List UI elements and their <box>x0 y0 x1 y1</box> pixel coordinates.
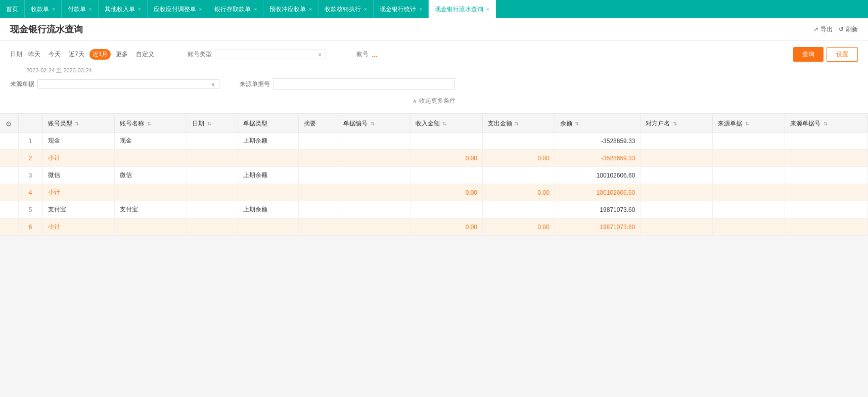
date-range-display: 2023-02-24 至 2023-03-24 <box>24 67 858 74</box>
nav-tab-bank-deposit[interactable]: 银行存取款单× <box>208 0 263 18</box>
query-button[interactable]: 查询 <box>793 47 824 62</box>
cell-doc-type <box>238 150 299 167</box>
close-tab-flow-query-icon[interactable]: × <box>486 7 489 12</box>
collapse-icon: ∧ <box>413 98 417 105</box>
cell-summary <box>299 167 338 184</box>
refresh-button[interactable]: ↺ 刷新 <box>839 25 858 34</box>
account-type-select[interactable]: ∨ <box>215 50 326 59</box>
col-account-type[interactable]: 账号类型 ⇅ <box>42 115 115 133</box>
col-income[interactable]: 收入金额 ⇅ <box>410 115 483 133</box>
cell-num: 1 <box>18 133 42 150</box>
top-navigation: 首页收款单×付款单×其他收入单×应收应付调整单×银行存取款单×预收冲应收单×收款… <box>0 0 868 18</box>
date-opt-today[interactable]: 今天 <box>45 49 64 60</box>
col-date[interactable]: 日期 ⇅ <box>187 115 238 133</box>
cell-settings <box>0 150 18 167</box>
close-tab-receipt-icon[interactable]: × <box>52 7 55 12</box>
sort-counterpart-icon: ⇅ <box>673 121 677 126</box>
cell-counterpart <box>641 184 713 201</box>
col-account-name[interactable]: 账号名称 ⇅ <box>115 115 187 133</box>
account-dots-button[interactable]: ... <box>372 51 378 59</box>
source-doc-num-input[interactable] <box>273 78 455 90</box>
account-input-area: ... <box>372 51 378 59</box>
column-settings-icon[interactable]: ⚙ <box>6 120 12 128</box>
nav-tab-receipt[interactable]: 收款单× <box>25 0 62 18</box>
cell-doc-num <box>338 150 410 167</box>
nav-tab-home[interactable]: 首页 <box>0 0 25 18</box>
cell-num: 2 <box>18 150 42 167</box>
cell-source-doc-num <box>785 201 868 218</box>
col-doc-num[interactable]: 单据编号 ⇅ <box>338 115 410 133</box>
cell-source-doc-num <box>785 150 868 167</box>
cell-source-doc <box>713 184 785 201</box>
header-actions: ↗ 导出 ↺ 刷新 <box>813 25 858 34</box>
sort-expense-icon: ⇅ <box>515 121 519 126</box>
cell-account-type: 微信 <box>42 167 115 184</box>
sort-balance-icon: ⇅ <box>575 121 579 126</box>
nav-tab-other-income[interactable]: 其他收入单× <box>99 0 148 18</box>
cell-expense: 0.00 <box>482 150 555 167</box>
cell-date <box>187 201 238 218</box>
cell-balance: 100102606.60 <box>555 167 641 184</box>
collapse-button[interactable]: ∧ 收起更多条件 <box>10 95 858 107</box>
close-tab-advance-receipt-icon[interactable]: × <box>309 7 312 12</box>
col-source-doc-num[interactable]: 来源单据号 ⇅ <box>785 115 868 133</box>
date-opt-yesterday[interactable]: 昨天 <box>25 49 43 60</box>
nav-tab-payment[interactable]: 付款单× <box>62 0 99 18</box>
source-doc-label: 来源单据 <box>10 80 34 89</box>
sort-account-type-icon: ⇅ <box>75 121 79 126</box>
col-source-doc[interactable]: 来源单据 ⇅ <box>713 115 785 133</box>
sort-doc-num-icon: ⇅ <box>371 121 375 126</box>
close-tab-bank-deposit-icon[interactable]: × <box>254 7 257 12</box>
close-tab-payment-icon[interactable]: × <box>89 7 92 12</box>
col-counterpart[interactable]: 对方户名 ⇅ <box>641 115 713 133</box>
nav-tab-adjustment[interactable]: 应收应付调整单× <box>148 0 209 18</box>
cell-income: 0.00 <box>410 218 483 236</box>
cell-settings <box>0 201 18 218</box>
close-tab-other-income-icon[interactable]: × <box>138 7 141 12</box>
col-balance[interactable]: 余额 ⇅ <box>555 115 641 133</box>
cell-doc-num <box>338 218 410 236</box>
date-label: 日期 <box>10 50 22 59</box>
cell-account-name <box>115 150 187 167</box>
cell-balance: 100102606.60 <box>555 184 641 201</box>
nav-tab-flow-query[interactable]: 现金银行流水查询× <box>429 0 496 18</box>
cell-summary <box>299 184 338 201</box>
export-icon: ↗ <box>813 26 818 33</box>
cell-account-type: 现金 <box>42 133 115 150</box>
date-opt-more[interactable]: 更多 <box>113 49 131 60</box>
data-table-area: ⚙ 账号类型 ⇅ 账号名称 ⇅ 日期 ⇅ 单据类型 摘要 单据编号 ⇅ 收入金额… <box>0 115 868 236</box>
cell-doc-type: 上期余额 <box>238 201 299 218</box>
close-tab-adjustment-icon[interactable]: × <box>199 7 202 12</box>
nav-tab-cash-stats[interactable]: 现金银行统计× <box>374 0 429 18</box>
nav-tab-writeoff[interactable]: 收款核销执行× <box>318 0 374 18</box>
source-doc-select[interactable]: ∨ <box>37 79 219 89</box>
cell-account-type: 小计 <box>42 218 115 236</box>
cell-income: 0.00 <box>410 150 483 167</box>
settings-button[interactable]: 设置 <box>827 47 858 62</box>
date-opt-custom[interactable]: 自定义 <box>133 49 157 60</box>
nav-tab-advance-receipt[interactable]: 预收冲应收单× <box>263 0 318 18</box>
cell-num: 5 <box>18 201 42 218</box>
cell-source-doc-num <box>785 184 868 201</box>
col-expense[interactable]: 支出金额 ⇅ <box>482 115 555 133</box>
col-summary: 摘要 <box>299 115 338 133</box>
cell-settings <box>0 218 18 236</box>
date-opt-1month[interactable]: 近1月 <box>89 49 111 60</box>
cell-doc-num <box>338 167 410 184</box>
col-settings: ⚙ <box>0 115 18 133</box>
source-doc-chevron-icon: ∨ <box>211 81 215 87</box>
close-tab-cash-stats-icon[interactable]: × <box>419 7 422 12</box>
date-opt-7days[interactable]: 近7天 <box>66 49 87 60</box>
page-header: 现金银行流水查询 ↗ 导出 ↺ 刷新 <box>0 18 868 41</box>
cell-expense <box>482 167 555 184</box>
cell-expense: 0.00 <box>482 184 555 201</box>
account-label: 账号 <box>356 50 369 59</box>
export-button[interactable]: ↗ 导出 <box>813 25 833 34</box>
close-tab-writeoff-icon[interactable]: × <box>364 7 367 12</box>
cell-source-doc-num <box>785 218 868 236</box>
cell-counterpart <box>641 218 713 236</box>
cell-date <box>187 218 238 236</box>
cell-date <box>187 167 238 184</box>
cell-settings <box>0 133 18 150</box>
cell-balance: 19871073.60 <box>555 218 641 236</box>
